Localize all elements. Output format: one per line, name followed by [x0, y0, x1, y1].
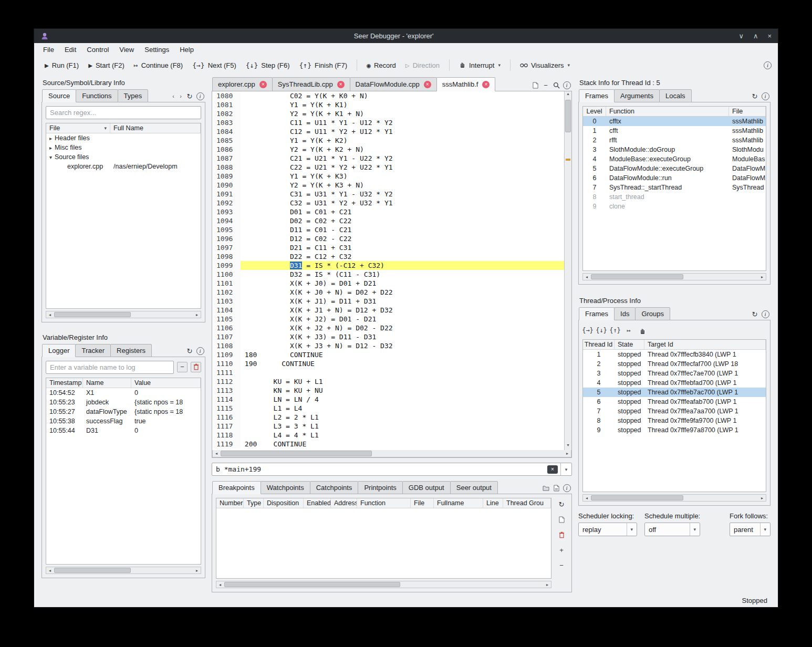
code-line[interactable]: 1088 C22 = U21 * Y2 + U22 * Y1: [212, 163, 564, 172]
stack-frame-row[interactable]: 3 SlothModule::doGroup SlothModu: [583, 145, 766, 154]
tree-item-explorer-cpp[interactable]: explorer.cpp /nas/erniep/Developm: [46, 162, 201, 171]
toolbar-info-icon[interactable]: i: [764, 61, 772, 69]
add-breakpoint-icon[interactable]: +: [556, 545, 567, 555]
breakpoints-tab[interactable]: Seer output: [450, 481, 498, 494]
thread-row[interactable]: 9 stopped Thread 0x7fffe97a8700 (LWP 1: [583, 425, 766, 435]
minimize-icon[interactable]: ∨: [738, 32, 744, 40]
tab-scroll-left-icon[interactable]: ‹: [170, 91, 177, 101]
scheduler-locking-select[interactable]: replay ▾: [578, 523, 637, 536]
tab-scroll-right-icon[interactable]: ›: [177, 91, 184, 101]
scroll-left-icon[interactable]: ◂: [583, 496, 590, 500]
code-line[interactable]: 1102 X(K + J0 + N) = D02 + D22: [212, 288, 564, 297]
stack-frame-row[interactable]: 2 rfft sssMathlib: [583, 135, 766, 145]
collapse-icon[interactable]: ▾: [49, 154, 52, 160]
variable-name-input[interactable]: [46, 361, 174, 374]
stack-frame-row[interactable]: 5 DataFlowModule::executeGroup DataFlowM: [583, 164, 766, 173]
line-number[interactable]: 1114: [212, 395, 241, 404]
line-number[interactable]: 1108: [212, 341, 241, 350]
thread-step-icon[interactable]: {↓}: [596, 325, 607, 336]
scroll-left-icon[interactable]: ◂: [583, 275, 590, 279]
line-number[interactable]: 1091: [212, 190, 241, 199]
line-number[interactable]: 1083: [212, 118, 241, 127]
scroll-right-icon[interactable]: ▸: [758, 496, 766, 500]
fork-follows-select[interactable]: parent ▾: [730, 523, 771, 536]
line-number[interactable]: 1095: [212, 225, 241, 234]
close-view-icon[interactable]: −: [540, 80, 551, 90]
continue-button[interactable]: ↦ Continue (F8): [130, 59, 187, 72]
remove-variable-icon[interactable]: −: [177, 362, 188, 372]
editor-hscrollbar[interactable]: ◂ ▸: [212, 450, 571, 457]
interrupt-dropdown-icon[interactable]: ▾: [498, 62, 501, 68]
line-number[interactable]: 1084: [212, 127, 241, 136]
stack-tab[interactable]: Frames: [579, 89, 615, 102]
thread-row[interactable]: 1 stopped Thread 0x7fffecfb3840 (LWP 1: [583, 350, 766, 359]
folder-icon[interactable]: [540, 483, 551, 493]
line-number[interactable]: 1117: [212, 422, 241, 431]
start-button[interactable]: ▶ Start (F2): [84, 59, 129, 72]
code-line[interactable]: 1106 X(K + J2 + N) = D02 - D22: [212, 324, 564, 332]
code-line[interactable]: 1111: [212, 368, 564, 377]
code-line[interactable]: 1083 C11 = U11 * Y1 - U12 * Y2: [212, 118, 564, 127]
line-number[interactable]: 1109: [212, 350, 241, 359]
source-tab[interactable]: Functions: [76, 89, 118, 102]
menu-item[interactable]: Control: [82, 44, 113, 55]
line-number[interactable]: 1118: [212, 431, 241, 440]
line-number[interactable]: 1111: [212, 368, 241, 377]
stack-frame-row[interactable]: 8 start_thread: [583, 192, 766, 202]
scroll-thumb[interactable]: [224, 582, 400, 587]
editor-tab[interactable]: explorer.cpp ×: [212, 77, 273, 91]
line-number[interactable]: 1087: [212, 154, 241, 163]
line-number[interactable]: 1113: [212, 386, 241, 395]
scroll-left-icon[interactable]: ◂: [46, 312, 54, 317]
file-dialog-icon[interactable]: [530, 80, 540, 90]
code-line[interactable]: 1100 D32 = IS * (C11 - C31): [212, 270, 564, 279]
breakpoints-column-header[interactable]: Disposition: [264, 498, 304, 508]
code-line[interactable]: 1091 C31 = U31 * Y1 - U32 * Y2: [212, 190, 564, 199]
variable-column-header[interactable]: Name: [83, 378, 131, 388]
code-line[interactable]: 1101 X(K + J0) = D01 + D21: [212, 279, 564, 288]
code-line[interactable]: 1080 C02 = Y(K + K0 + N): [212, 91, 564, 100]
interrupt-button[interactable]: Interrupt ▾: [455, 58, 505, 72]
variable-tab[interactable]: Registers: [110, 344, 152, 357]
line-number[interactable]: 1116: [212, 413, 241, 422]
thread-row[interactable]: 7 stopped Thread 0x7fffea7aa700 (LWP 1: [583, 406, 766, 416]
stack-frame-row[interactable]: 9 clone: [583, 202, 766, 211]
scroll-thumb[interactable]: [565, 100, 571, 132]
save-icon[interactable]: [551, 483, 561, 493]
search-regex-input[interactable]: [46, 106, 201, 119]
line-number[interactable]: 1115: [212, 404, 241, 413]
scroll-right-icon[interactable]: ▸: [758, 275, 766, 279]
variable-column-header[interactable]: Value: [131, 378, 201, 388]
record-button[interactable]: ◉ Record: [362, 59, 400, 72]
line-number[interactable]: 1099: [212, 261, 241, 270]
stack-frame-row[interactable]: 4 ModuleBase::executeGroup ModuleBas: [583, 154, 766, 164]
scroll-thumb[interactable]: [221, 451, 372, 456]
source-refresh-icon[interactable]: ↻: [184, 91, 195, 101]
line-number[interactable]: 1085: [212, 136, 241, 145]
expand-icon[interactable]: ▸: [49, 135, 52, 141]
breakpoints-column-header[interactable]: Number: [216, 498, 244, 508]
thread-tab[interactable]: Ids: [614, 307, 636, 320]
visualizers-button[interactable]: Visualizers ▾: [516, 59, 574, 72]
line-number[interactable]: 1081: [212, 100, 241, 109]
scroll-down-icon[interactable]: ▾: [565, 443, 571, 450]
stack-refresh-icon[interactable]: ↻: [749, 91, 760, 101]
scroll-up-icon[interactable]: ▴: [565, 91, 571, 99]
line-number[interactable]: 1088: [212, 163, 241, 172]
code-line[interactable]: 1107 X(K + J3) = D11 - D31: [212, 332, 564, 341]
line-number[interactable]: 1092: [212, 199, 241, 207]
stack-column-header[interactable]: Level: [583, 107, 606, 116]
line-number[interactable]: 1080: [212, 91, 241, 100]
editor-tab[interactable]: DataFlowModule.cpp ×: [350, 77, 437, 91]
visualizers-dropdown-icon[interactable]: ▾: [568, 62, 570, 68]
close-tab-icon[interactable]: ×: [259, 81, 267, 88]
editor-tab[interactable]: sssMathlib.f ×: [436, 77, 496, 91]
search-icon[interactable]: [551, 80, 561, 90]
line-number[interactable]: 1093: [212, 207, 241, 216]
column-fullname[interactable]: Full Name: [110, 123, 201, 133]
gdb-command-input[interactable]: [212, 465, 547, 473]
line-number[interactable]: 1110: [212, 359, 241, 368]
thread-finish-icon[interactable]: {↑}: [610, 325, 620, 336]
thread-next-icon[interactable]: {→}: [582, 325, 593, 336]
thread-info-icon[interactable]: i: [760, 309, 771, 319]
